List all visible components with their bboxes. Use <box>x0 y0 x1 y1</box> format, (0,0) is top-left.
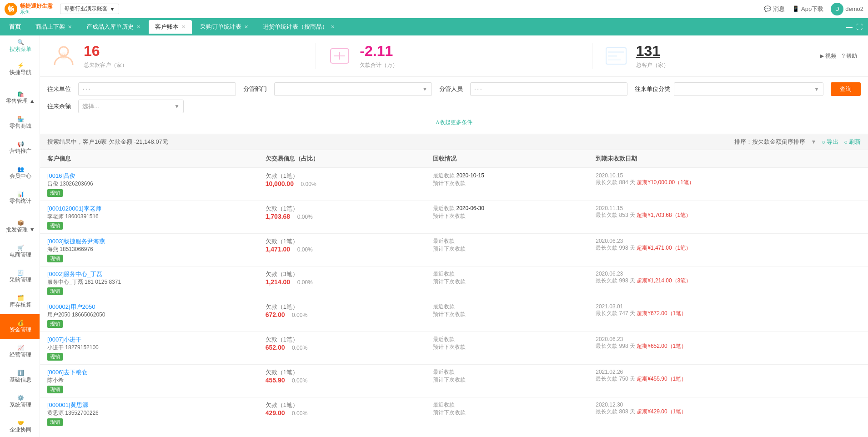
sidebar-item-retail-mall[interactable]: 🏪 零售商城 <box>0 111 40 136</box>
filter-person-input[interactable]: ··· <box>470 82 628 96</box>
overdue-link-0[interactable]: 超期¥10,000.00（1笔） <box>637 179 694 186</box>
purchase-icon: 🧾 <box>17 270 24 276</box>
debt-percent-4: 0.00% <box>292 312 307 318</box>
cell-collection-5: 最近收款 预计下次收款 <box>426 332 588 365</box>
message-btn[interactable]: 💬 消息 <box>764 5 785 13</box>
basic-info-icon: ℹ️ <box>17 370 24 376</box>
logo-text: 畅捷通好生意 <box>20 3 53 9</box>
tab-product-history-label: 产成品入库单历史 <box>86 23 134 31</box>
filter-dept-input[interactable]: ▼ <box>274 82 432 96</box>
debt-amount-1[interactable]: 1,703.68 <box>266 213 291 220</box>
collection-date-1: 2020-06-30 <box>456 205 484 211</box>
tab-product-history-close[interactable]: ✕ <box>136 24 140 30</box>
filter-row-2: 往来余额 选择... ▼ <box>47 100 861 113</box>
debt-amount-5[interactable]: 652.00 <box>266 344 285 351</box>
sidebar-search-menu[interactable]: 🔍 搜索菜单 <box>0 35 40 57</box>
company-select[interactable]: 母婴行业演示账套 ▼ <box>60 4 119 14</box>
debt-count-7: 欠款（1笔） <box>266 401 418 409</box>
customer-name-4[interactable]: [000002]用户2050 <box>47 303 95 310</box>
debt-amount-2[interactable]: 1,471.00 <box>266 246 291 253</box>
sidebar-item-ecommerce[interactable]: 🛒 电商管理 <box>0 239 40 264</box>
debt-amount-4[interactable]: 672.00 <box>266 311 285 318</box>
overdue-link-2[interactable]: 超期¥1,471.00（1笔） <box>637 245 691 251</box>
sidebar-item-inventory[interactable]: 🗂️ 库存核算 <box>0 289 40 314</box>
sort-icon: ▼ <box>811 139 816 145</box>
debt-amount-3[interactable]: 1,214.00 <box>266 278 291 286</box>
tab-customer-account[interactable]: 客户账本 ✕ <box>149 20 192 34</box>
collection-label-3: 最近收款 <box>433 271 455 277</box>
tab-minimize-icon[interactable]: — <box>846 23 853 30</box>
sidebar-fast-nav[interactable]: ⚡ 快捷导航 <box>0 57 40 82</box>
tab-purchase-order-label: 采购订单统计表 <box>200 23 241 31</box>
overdue-link-1[interactable]: 超期¥1,703.68（1笔） <box>637 212 691 218</box>
customer-name-1[interactable]: [0001020001]李老师 <box>47 205 101 212</box>
stat-video-btn[interactable]: ▶ 视频 <box>820 52 836 60</box>
sort-label[interactable]: 排序：按欠款金额倒序排序 <box>734 138 805 146</box>
sidebar-item-retail-stats[interactable]: 📊 零售统计 <box>0 186 40 211</box>
stat-actions: ▶ 视频 ? 帮助 <box>820 52 857 60</box>
debt-amount-0[interactable]: 10,000.00 <box>266 180 294 187</box>
inventory-icon: 🗂️ <box>17 295 24 301</box>
tab-product-listing-close[interactable]: ✕ <box>68 24 72 30</box>
stat-help-btn[interactable]: ? 帮助 <box>842 52 857 60</box>
overdue-link-7[interactable]: 超期¥429.00（1笔） <box>637 408 687 415</box>
sidebar-item-purchase[interactable]: 🧾 采购管理 <box>0 264 40 289</box>
table-row: [000002]用户2050 用户2050 18665062050 现销 欠款（… <box>40 299 868 332</box>
customer-name-3[interactable]: [0002]服务中心_丁磊 <box>47 271 102 277</box>
tab-purchase-order[interactable]: 采购订单统计表 ✕ <box>194 20 255 34</box>
collection-label-4: 最近收款 <box>433 303 455 310</box>
sidebar-item-wholesale[interactable]: 📦 批发管理 ▼ <box>0 214 40 239</box>
overdue-link-6[interactable]: 超期¥455.90（1笔） <box>637 376 687 382</box>
refresh-btn[interactable]: ○ 刷新 <box>844 138 861 146</box>
refresh-label: 刷新 <box>849 138 861 146</box>
wholesale-icon: 📦 <box>17 220 24 226</box>
overdue-days-3: 最长欠款 998 天 <box>596 277 637 284</box>
overdue-link-4[interactable]: 超期¥672.00（1笔） <box>637 310 687 316</box>
tab-purchase-stats-close[interactable]: ✕ <box>331 24 335 30</box>
customer-name-6[interactable]: [0006]去下粮仓 <box>47 369 87 376</box>
table-row: [0002]服务中心_丁磊 服务中心_丁磊 181 0125 8371 现销 欠… <box>40 266 868 299</box>
debt-percent-0: 0.00% <box>301 181 316 187</box>
customer-name-5[interactable]: [0007]小进干 <box>47 336 81 343</box>
tab-customer-account-close[interactable]: ✕ <box>181 24 186 30</box>
stat-debt-amount: -2.11 欠款合计（万） <box>316 43 592 69</box>
query-button[interactable]: 查询 <box>831 82 861 96</box>
tab-purchase-order-close[interactable]: ✕ <box>244 24 248 30</box>
customer-name-7[interactable]: [000001]黄思源 <box>47 402 88 408</box>
sidebar-item-marketing[interactable]: 📢 营销推广 <box>0 136 40 161</box>
tab-home[interactable]: 首页 <box>3 20 27 34</box>
table-header: 客户信息 欠交易信息（占比） 回收情况 到期未收款日期 <box>40 150 868 168</box>
debt-amount-7[interactable]: 429.00 <box>266 409 285 417</box>
overdue-link-3[interactable]: 超期¥1,214.00（3笔） <box>637 277 691 284</box>
sidebar-item-retail-mgmt[interactable]: 🛍️ 零售管理 ▲ <box>0 85 40 111</box>
debt-amount-6[interactable]: 455.90 <box>266 377 285 384</box>
user-avatar[interactable]: D demo2 <box>831 3 863 15</box>
company-name: 母婴行业演示账套 <box>64 5 108 13</box>
customer-name-0[interactable]: [0016]吕俊 <box>47 172 75 179</box>
sidebar-item-finance[interactable]: 💰 资金管理 <box>0 314 40 339</box>
tab-purchase-stats[interactable]: 进货单统计表（按商品） ✕ <box>256 20 341 34</box>
customer-tag-3: 现销 <box>47 287 63 295</box>
overdue-link-5[interactable]: 超期¥652.00（1笔） <box>637 343 687 349</box>
sidebar-item-operation[interactable]: 📈 经营管理 <box>0 339 40 364</box>
app-download-btn[interactable]: 📱 App下载 <box>792 5 823 13</box>
cell-due-6: 2021.02.26 最长欠款 750 天 超期¥455.90（1笔） <box>588 365 868 397</box>
filter-unit-category-input[interactable]: ▼ <box>674 82 823 96</box>
filter-from-unit-input[interactable]: ··· <box>78 82 236 96</box>
tab-product-listing[interactable]: 商品上下架 ✕ <box>29 20 78 34</box>
customer-name-2[interactable]: [0003]畅捷服务尹海燕 <box>47 238 105 245</box>
tab-product-history[interactable]: 产成品入库单历史 ✕ <box>80 20 147 34</box>
debt-percent-6: 0.00% <box>292 377 307 384</box>
sidebar-item-basic-info[interactable]: ℹ️ 基础信息 <box>0 364 40 389</box>
table-body: [0016]吕俊 吕俊 13026203696 现销 欠款（1笔） 10,000… <box>40 168 868 430</box>
due-date-2: 2020.06.23 <box>596 238 623 244</box>
tab-expand-icon[interactable]: ⛶ <box>856 23 863 30</box>
sidebar-item-enterprise[interactable]: 🤝 企业协同 <box>0 414 40 437</box>
svg-rect-6 <box>608 55 617 57</box>
col-due-date: 到期未收款日期 <box>588 150 868 168</box>
export-btn[interactable]: ○ 导出 <box>822 138 838 146</box>
sidebar-item-member[interactable]: 👥 会员中心 <box>0 161 40 186</box>
collapse-bar[interactable]: ∧ 收起更多条件 <box>47 117 861 128</box>
filter-balance-input[interactable]: 选择... ▼ <box>78 100 184 113</box>
sidebar-item-system[interactable]: ⚙️ 系统管理 <box>0 389 40 414</box>
